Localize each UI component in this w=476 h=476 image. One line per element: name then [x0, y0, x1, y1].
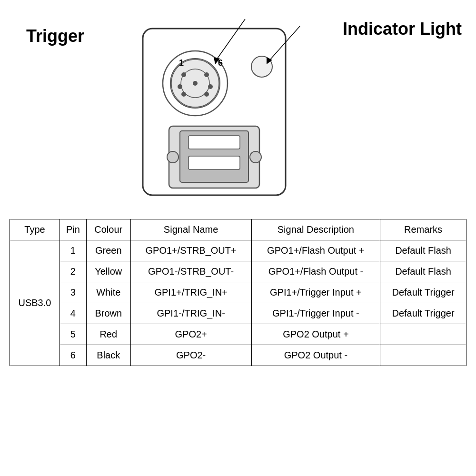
- indicator-label: Indicator Light: [343, 19, 462, 39]
- cell-colour: Green: [86, 240, 130, 261]
- cell-signal-name: GPO2+: [130, 324, 251, 345]
- col-colour: Colour: [86, 219, 130, 240]
- cell-colour: Brown: [86, 303, 130, 324]
- col-pin: Pin: [60, 219, 86, 240]
- svg-point-16: [167, 151, 178, 163]
- pin-table: Type Pin Colour Signal Name Signal Descr…: [10, 219, 466, 366]
- svg-point-9: [208, 84, 213, 89]
- col-remarks: Remarks: [380, 219, 466, 240]
- cell-colour: Yellow: [86, 261, 130, 282]
- svg-point-7: [204, 72, 209, 77]
- cell-remarks: Default Trigger: [380, 303, 466, 324]
- cell-remarks: Default Flash: [380, 261, 466, 282]
- connector-diagram: 1 6: [129, 14, 309, 205]
- table-row: 4BrownGPI1-/TRIG_IN-GPI1-/Trigger Input …: [10, 303, 466, 324]
- col-signal-name: Signal Name: [130, 219, 251, 240]
- svg-point-5: [193, 81, 198, 86]
- cell-colour: White: [86, 282, 130, 303]
- svg-line-23: [269, 26, 300, 61]
- cell-remarks: [380, 345, 466, 366]
- col-signal-desc: Signal Description: [251, 219, 380, 240]
- cell-signal-desc: GPI1-/Trigger Input -: [251, 303, 380, 324]
- cell-signal-name: GPO1+/STRB_OUT+: [130, 240, 251, 261]
- svg-point-8: [178, 84, 182, 89]
- cell-signal-desc: GPO2 Output +: [251, 324, 380, 345]
- svg-text:1: 1: [179, 58, 184, 68]
- svg-point-10: [181, 92, 186, 97]
- cell-colour: Black: [86, 345, 130, 366]
- svg-point-11: [204, 92, 209, 97]
- col-type: Type: [10, 219, 60, 240]
- cell-pin: 2: [60, 261, 86, 282]
- cell-signal-desc: GPO1+/Flash Output -: [251, 261, 380, 282]
- cell-pin: 5: [60, 324, 86, 345]
- cell-signal-desc: GPO1+/Flash Output +: [251, 240, 380, 261]
- cell-signal-name: GPI1+/TRIG_IN+: [130, 282, 251, 303]
- cell-signal-desc: GPO2 Output -: [251, 345, 380, 366]
- trigger-label: Trigger: [26, 26, 84, 46]
- table-row: USB3.01GreenGPO1+/STRB_OUT+GPO1+/Flash O…: [10, 240, 466, 261]
- table-row: 2YellowGPO1-/STRB_OUT-GPO1+/Flash Output…: [10, 261, 466, 282]
- cell-signal-desc: GPI1+/Trigger Input +: [251, 282, 380, 303]
- cell-remarks: [380, 324, 466, 345]
- diagram-area: Trigger Indicator Light: [0, 0, 476, 219]
- cell-pin: 3: [60, 282, 86, 303]
- cell-type: USB3.0: [10, 240, 60, 366]
- cell-pin: 4: [60, 303, 86, 324]
- cell-remarks: Default Trigger: [380, 282, 466, 303]
- cell-signal-name: GPO2-: [130, 345, 251, 366]
- svg-rect-19: [188, 136, 240, 149]
- table-row: 3WhiteGPI1+/TRIG_IN+GPI1+/Trigger Input …: [10, 282, 466, 303]
- svg-point-6: [181, 72, 186, 77]
- svg-point-17: [250, 151, 261, 163]
- cell-pin: 1: [60, 240, 86, 261]
- page: Trigger Indicator Light: [0, 0, 476, 476]
- svg-rect-20: [188, 156, 240, 169]
- table-area: Type Pin Colour Signal Name Signal Descr…: [10, 219, 466, 471]
- svg-line-21: [217, 19, 245, 60]
- table-header-row: Type Pin Colour Signal Name Signal Descr…: [10, 219, 466, 240]
- cell-remarks: Default Flash: [380, 240, 466, 261]
- cell-pin: 6: [60, 345, 86, 366]
- table-row: 5RedGPO2+GPO2 Output +: [10, 324, 466, 345]
- cell-colour: Red: [86, 324, 130, 345]
- cell-signal-name: GPI1-/TRIG_IN-: [130, 303, 251, 324]
- table-row: 6BlackGPO2-GPO2 Output -: [10, 345, 466, 366]
- cell-signal-name: GPO1-/STRB_OUT-: [130, 261, 251, 282]
